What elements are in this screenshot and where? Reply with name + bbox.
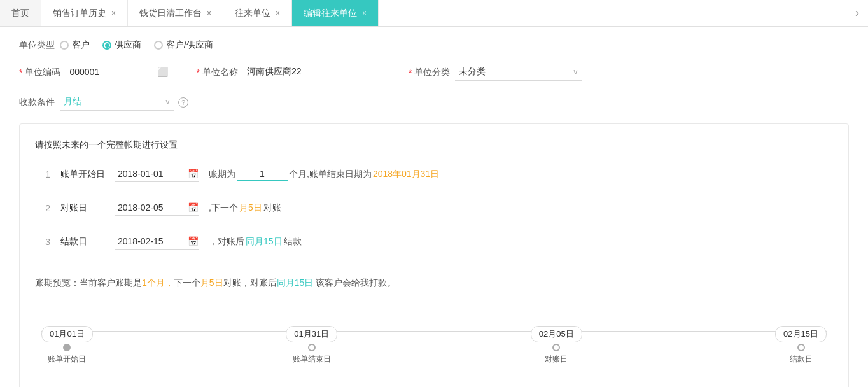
radio-customer-label: 客户: [72, 39, 90, 51]
step-desc-2: ,下一个 月5日 对账: [209, 202, 281, 214]
payment-field: 收款条件 月结 ∨ ?: [19, 94, 188, 111]
node-dot-2: [308, 344, 316, 351]
step-num-2: 2: [35, 203, 50, 213]
timeline: 01月01日 账单开始日 01月31日 账单结束日 02月05日 对账日: [41, 307, 827, 387]
node-date-2: 01月31日: [286, 326, 337, 342]
step-label-3: 结款日: [60, 236, 105, 248]
chevron-down-icon: ∨: [165, 97, 171, 106]
payment-select[interactable]: 月结 ∨: [60, 94, 174, 111]
radio-supplier-label: 供应商: [115, 39, 141, 51]
date-field-3[interactable]: [115, 234, 185, 249]
unit-type-label: 单位类型: [19, 39, 55, 51]
node-label-3: 对账日: [545, 354, 568, 365]
required-star: *: [19, 67, 22, 78]
close-icon[interactable]: ×: [207, 9, 211, 18]
step-row-1: 1 账单开始日 📅 账期为 个月,账单结束日期为 2018年01月31日: [35, 166, 833, 182]
unit-type-row: 单位类型 客户 供应商 客户/供应商: [19, 39, 849, 51]
node-label-1: 账单开始日: [48, 354, 86, 365]
settings-card: 请按照未来的一个完整帐期进行设置 1 账单开始日 📅 账期为 个月,账单结束日期…: [19, 123, 849, 387]
tab-partner-label: 往来单位: [235, 8, 270, 19]
tab-bar: 首页 销售订单历史 × 钱货日清工作台 × 往来单位 × 编辑往来单位 × ›: [0, 0, 868, 27]
tab-more-button[interactable]: ›: [846, 0, 868, 26]
tab-partner[interactable]: 往来单位 ×: [223, 0, 292, 26]
main-content: 单位类型 客户 供应商 客户/供应商 * 单位编码: [0, 27, 868, 387]
preview-text: 账期预览：当前客户账期是1个月，下一个月5日对账，对账后同月15日 该客户会给我…: [35, 278, 833, 289]
node-label-2: 账单结束日: [293, 354, 331, 365]
timeline-node-4: 02月15日 结款日: [775, 326, 827, 365]
step-label-2: 对账日: [60, 202, 105, 214]
preview-months: 1个月，: [142, 278, 174, 288]
step-desc-1: 账期为 个月,账单结束日期为 2018年01月31日: [209, 167, 439, 181]
radio-both-label: 客户/供应商: [166, 39, 213, 51]
highlight-day-3: 同月15日: [246, 236, 283, 248]
node-dot-3: [552, 344, 560, 351]
radio-customer[interactable]: 客户: [60, 39, 90, 51]
preview-suffix: 该客户会给我打款。: [316, 278, 396, 288]
step-desc-suffix-1: 个月,账单结束日期为: [289, 169, 372, 180]
unit-name-label: 单位名称: [202, 67, 238, 78]
date-input-3: 📅: [115, 234, 199, 250]
preview-prefix: 账期预览：当前客户账期是: [35, 278, 142, 288]
preview-day1: 月5日: [200, 278, 223, 288]
calendar-icon[interactable]: 📅: [188, 236, 199, 246]
unit-code-field: * 单位编码 ⬜: [19, 64, 171, 80]
month-input[interactable]: [237, 167, 288, 181]
preview-day2: 同月15日: [277, 278, 314, 288]
highlight-day-2: 月5日: [239, 202, 262, 214]
preview-middle2: 对账，对账后: [223, 278, 277, 288]
radio-group: 客户 供应商 客户/供应商: [60, 39, 213, 51]
unit-info-row: * 单位编码 ⬜ * 单位名称 * 单位分类 未分类 ∨: [19, 64, 849, 81]
radio-circle-both: [154, 41, 163, 50]
payment-label: 收款条件: [19, 97, 55, 108]
chevron-down-icon: ∨: [573, 67, 578, 76]
step-desc-prefix-2: ,下一个: [209, 202, 238, 214]
unit-name-input[interactable]: [243, 64, 370, 80]
help-icon[interactable]: ?: [178, 97, 188, 108]
payment-value: 月结: [64, 96, 160, 108]
date-input-1: 📅: [115, 166, 199, 182]
close-icon[interactable]: ×: [276, 9, 280, 18]
node-dot-1: [63, 344, 71, 351]
unit-category-field: * 单位分类 未分类 ∨: [409, 64, 582, 81]
copy-icon[interactable]: ⬜: [155, 66, 171, 78]
radio-supplier[interactable]: 供应商: [102, 39, 141, 51]
calendar-icon[interactable]: 📅: [188, 169, 199, 179]
tab-cash-work[interactable]: 钱货日清工作台 ×: [128, 0, 223, 26]
unit-category-label: 单位分类: [414, 67, 450, 78]
required-star: *: [196, 67, 199, 78]
unit-code-input[interactable]: [66, 64, 155, 80]
close-icon[interactable]: ×: [111, 9, 116, 18]
node-date-4: 02月15日: [775, 326, 827, 342]
tab-sales-history-label: 销售订单历史: [53, 8, 106, 19]
date-field-2[interactable]: [115, 200, 185, 215]
tab-sales-history[interactable]: 销售订单历史 ×: [41, 0, 128, 26]
tab-home-label: 首页: [11, 8, 29, 19]
step-num-3: 3: [35, 237, 50, 247]
preview-middle: 下一个: [174, 278, 200, 288]
payment-row: 收款条件 月结 ∨ ?: [19, 94, 849, 111]
radio-circle-supplier: [102, 41, 111, 50]
close-icon[interactable]: ×: [362, 9, 367, 18]
tab-edit-partner-label: 编辑往来单位: [304, 8, 357, 19]
tab-cash-work-label: 钱货日清工作台: [139, 8, 202, 19]
radio-both[interactable]: 客户/供应商: [154, 39, 213, 51]
timeline-node-3: 02月05日 对账日: [531, 326, 582, 365]
step-row-3: 3 结款日 📅 ，对账后 同月15日 结款: [35, 234, 833, 250]
step-desc-suffix-3: 结款: [284, 236, 302, 248]
unit-category-select[interactable]: 未分类 ∨: [455, 64, 582, 81]
tab-edit-partner[interactable]: 编辑往来单位 ×: [292, 0, 379, 26]
required-star: *: [409, 67, 412, 78]
unit-type-field: 单位类型 客户 供应商 客户/供应商: [19, 39, 213, 51]
node-label-4: 结款日: [790, 354, 813, 365]
date-field-1[interactable]: [115, 166, 185, 181]
unit-name-field: * 单位名称: [196, 64, 370, 80]
timeline-node-1: 01月01日 账单开始日: [41, 326, 93, 365]
timeline-node-2: 01月31日 账单结束日: [286, 326, 337, 365]
date-input-2: 📅: [115, 200, 199, 216]
unit-code-input-wrapper: ⬜: [66, 64, 171, 80]
unit-category-value: 未分类: [459, 66, 568, 78]
timeline-nodes: 01月01日 账单开始日 01月31日 账单结束日 02月05日 对账日: [41, 326, 827, 365]
card-title: 请按照未来的一个完整帐期进行设置: [35, 139, 833, 151]
calendar-icon[interactable]: 📅: [188, 202, 199, 213]
tab-home[interactable]: 首页: [0, 0, 41, 26]
